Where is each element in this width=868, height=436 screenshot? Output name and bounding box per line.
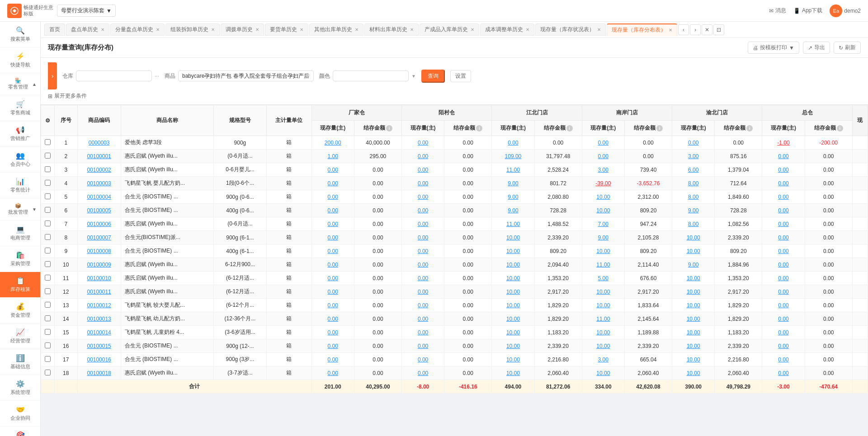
row-factory-qty[interactable]: 0.00 xyxy=(311,190,354,204)
row-jb-qty[interactable]: 10.00 xyxy=(492,326,534,339)
row-yb-qty[interactable]: 10.00 xyxy=(672,285,715,299)
row-zc-qty[interactable]: 0.00 xyxy=(762,366,805,380)
row-zc-qty[interactable]: 0.00 xyxy=(762,258,805,272)
tab-home[interactable]: 首页 xyxy=(44,23,65,36)
row-checkbox[interactable] xyxy=(41,244,55,258)
tab-expand-btn[interactable]: ⊡ xyxy=(713,24,724,35)
row-jb-qty[interactable]: 10.00 xyxy=(492,231,534,244)
row-jb-qty[interactable]: 10.00 xyxy=(492,272,534,285)
sidebar-item-marketing[interactable]: 📢 营销推广 xyxy=(0,121,40,147)
row-factory-qty[interactable]: 0.00 xyxy=(311,299,354,312)
close-icon[interactable]: ✕ xyxy=(101,27,104,32)
row-mocun-qty[interactable]: 0.00 xyxy=(401,244,444,258)
row-zc-qty[interactable]: 0.00 xyxy=(762,190,805,204)
sidebar-item-wholesale[interactable]: 📦 批发管理 ▼ xyxy=(0,198,40,220)
row-checkbox[interactable] xyxy=(41,366,55,380)
row-factory-qty[interactable]: 0.00 xyxy=(311,272,354,285)
close-icon[interactable]: ✕ xyxy=(526,27,529,32)
sidebar-item-operations[interactable]: 📈 经营管理 xyxy=(0,323,40,349)
row-na-qty[interactable]: -39.00 xyxy=(582,177,624,190)
close-icon[interactable]: ✕ xyxy=(597,27,601,32)
goods-input[interactable] xyxy=(178,70,314,81)
row-mocun-qty[interactable]: 0.00 xyxy=(401,190,444,204)
sidebar-item-enterprise[interactable]: 🤝 企业协同 xyxy=(0,401,40,427)
row-code[interactable]: 00100008 xyxy=(77,244,121,258)
row-yb-qty[interactable]: 10.00 xyxy=(672,339,715,353)
row-zc-qty[interactable]: -1.00 xyxy=(762,136,805,150)
row-jb-qty[interactable]: 0.00 xyxy=(492,136,534,150)
row-mocun-qty[interactable]: 0.00 xyxy=(401,353,444,366)
row-factory-qty[interactable]: 0.00 xyxy=(311,353,354,366)
row-checkbox[interactable] xyxy=(41,217,55,231)
row-yb-qty[interactable]: 10.00 xyxy=(672,272,715,285)
row-mocun-qty[interactable]: 0.00 xyxy=(401,326,444,339)
row-zc-qty[interactable]: 0.00 xyxy=(762,299,805,312)
user-profile[interactable]: Ea demo2 xyxy=(830,5,861,17)
row-code[interactable]: 00100018 xyxy=(77,366,121,380)
row-jb-qty[interactable]: 10.00 xyxy=(492,312,534,326)
row-zc-qty[interactable]: 0.00 xyxy=(762,177,805,190)
sidebar-item-quicknav[interactable]: ⚡ 快捷导航 xyxy=(0,47,40,73)
row-jb-qty[interactable]: 10.00 xyxy=(492,258,534,272)
tab-branch-stocktake[interactable]: 分量盘点单历史 ✕ xyxy=(110,23,165,36)
row-zc-qty[interactable]: 0.00 xyxy=(762,339,805,353)
row-yb-qty[interactable]: 10.00 xyxy=(672,353,715,366)
sidebar-item-basic-info[interactable]: ℹ️ 基础信息 xyxy=(0,349,40,375)
row-na-qty[interactable]: 3.00 xyxy=(582,163,624,177)
close-icon[interactable]: ✕ xyxy=(255,27,259,32)
row-yb-qty[interactable]: 10.00 xyxy=(672,312,715,326)
row-factory-qty[interactable]: 0.00 xyxy=(311,258,354,272)
row-yb-qty[interactable]: 10.00 xyxy=(672,299,715,312)
sidebar-item-finance[interactable]: 💰 资金管理 xyxy=(0,298,40,323)
export-btn[interactable]: ↗ 导出 xyxy=(803,42,830,54)
row-factory-qty[interactable]: 1.00 xyxy=(311,150,354,163)
row-code[interactable]: 00100003 xyxy=(77,177,121,190)
row-mocun-qty[interactable]: 0.00 xyxy=(401,299,444,312)
warehouse-more-btn[interactable]: ··· xyxy=(155,73,159,79)
filter-expand-btn[interactable]: › xyxy=(48,62,57,89)
row-mocun-qty[interactable]: 0.00 xyxy=(401,285,444,299)
row-jb-qty[interactable]: 9.00 xyxy=(492,177,534,190)
row-yb-qty[interactable]: 3.00 xyxy=(672,150,715,163)
row-mocun-qty[interactable]: 0.00 xyxy=(401,366,444,380)
color-input[interactable] xyxy=(333,70,409,81)
close-icon[interactable]: ✕ xyxy=(156,27,160,32)
warehouse-input[interactable] xyxy=(76,70,152,81)
settings-btn[interactable]: 设置 xyxy=(450,70,471,82)
row-mocun-qty[interactable]: 0.00 xyxy=(401,258,444,272)
row-factory-qty[interactable]: 0.00 xyxy=(311,285,354,299)
row-jb-qty[interactable]: 10.00 xyxy=(492,285,534,299)
row-zc-qty[interactable]: 0.00 xyxy=(762,231,805,244)
row-checkbox[interactable] xyxy=(41,312,55,326)
row-checkbox[interactable] xyxy=(41,272,55,285)
row-jb-qty[interactable]: 10.00 xyxy=(492,366,534,380)
row-jb-qty[interactable]: 10.00 xyxy=(492,353,534,366)
row-yb-qty[interactable]: 8.00 xyxy=(672,190,715,204)
sidebar-item-retail-mgmt[interactable]: 🏪 零售管理 ▲ xyxy=(0,73,40,95)
row-zc-qty[interactable]: 0.00 xyxy=(762,272,805,285)
row-factory-qty[interactable]: 0.00 xyxy=(311,366,354,380)
row-jb-qty[interactable]: 11.00 xyxy=(492,217,534,231)
row-na-qty[interactable]: 7.00 xyxy=(582,217,624,231)
refresh-btn[interactable]: ↻ 刷新 xyxy=(834,42,861,54)
tab-stocktake-history[interactable]: 盘点单历史 ✕ xyxy=(66,23,109,36)
app-download-btn[interactable]: 📱 App下载 xyxy=(793,7,822,14)
tab-close-all-btn[interactable]: ✕ xyxy=(702,24,712,35)
tab-finished-goods[interactable]: 产成品入库单历史 ✕ xyxy=(420,23,479,36)
row-factory-qty[interactable]: 0.00 xyxy=(311,231,354,244)
row-jb-qty[interactable]: 10.00 xyxy=(492,299,534,312)
row-zc-qty[interactable]: 0.00 xyxy=(762,353,805,366)
row-code[interactable]: 00100002 xyxy=(77,163,121,177)
sidebar-item-guide[interactable]: 🎯 新手引导 xyxy=(0,427,40,436)
row-mocun-qty[interactable]: 0.00 xyxy=(401,339,444,353)
row-na-qty[interactable]: 0.00 xyxy=(582,150,624,163)
row-code[interactable]: 00100006 xyxy=(77,217,121,231)
row-zc-qty[interactable]: 0.00 xyxy=(762,326,805,339)
row-na-qty[interactable]: 10.00 xyxy=(582,299,624,312)
row-checkbox[interactable] xyxy=(41,326,55,339)
row-na-qty[interactable]: 5.00 xyxy=(582,272,624,285)
row-checkbox[interactable] xyxy=(41,190,55,204)
row-mocun-qty[interactable]: 0.00 xyxy=(401,136,444,150)
tab-material-outbound[interactable]: 材料出库单历史 ✕ xyxy=(364,23,419,36)
row-code[interactable]: 00100009 xyxy=(77,258,121,272)
